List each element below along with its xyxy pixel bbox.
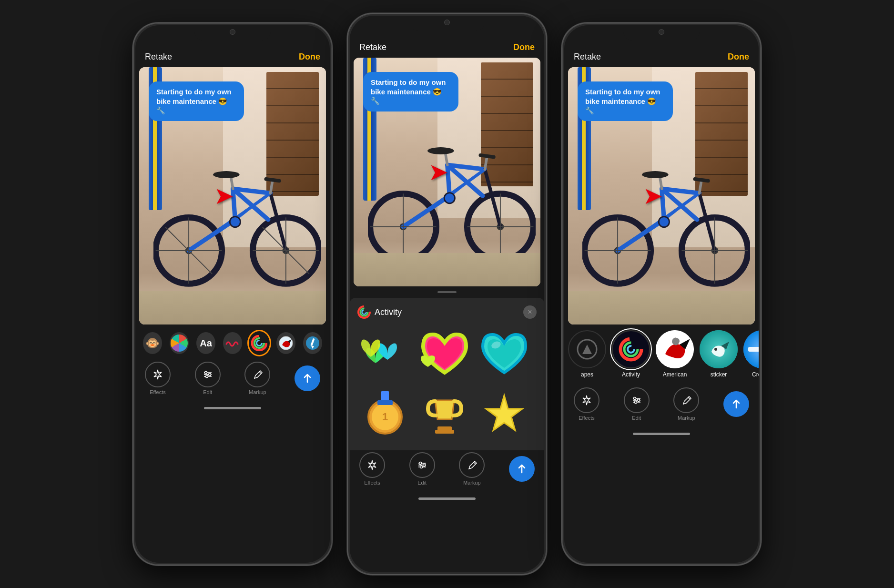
markup-label-3: Markup [678,415,695,421]
svg-line-84 [474,462,476,464]
phones-container: Retake Done [132,13,762,575]
edit-btn-2[interactable]: Edit [409,452,435,486]
multicolor-icon [171,335,188,352]
sticker-item-2[interactable] [417,327,472,382]
pen-wave-icon [225,338,240,348]
pen-btn[interactable] [223,332,242,354]
home-bar-line-1 [204,407,261,409]
edit-btn-3[interactable]: Edit [624,387,650,421]
svg-rect-75 [377,400,393,405]
caption-text-2: Starting to do my own bike maintenance 😎… [371,78,446,105]
bike-photo-1: Starting to do my own bike maintenance 😎… [139,67,326,324]
caption-bubble-1: Starting to do my own bike maintenance 😎… [149,81,244,121]
caption-bubble-2: Starting to do my own bike maintenance 😎… [363,72,458,112]
text-icon: Aa [200,338,212,349]
activity-label: Activity [622,371,640,378]
effects-icon-1 [145,362,171,387]
send-btn-2[interactable] [509,456,535,482]
sticker-item-3[interactable] [477,327,531,382]
activity-picker-icon [357,305,371,319]
caption-text-3: Starting to do my own bike maintenance 😎… [585,88,660,114]
notch-2 [409,16,485,31]
close-icon: × [528,308,532,316]
shapes-sticker-icon [568,330,606,368]
sticker-close-btn[interactable]: × [523,305,537,319]
done-button-1[interactable]: Done [299,52,320,62]
nav-bar-1: Retake Done [135,46,330,67]
sticker-title-text: Activity [375,307,402,317]
scroll-item-crossy[interactable]: Crossy I [743,330,759,378]
markup-icon-3 [673,387,699,413]
effects-btn-2[interactable]: Effects [359,452,385,486]
svg-point-55 [427,147,454,154]
emoji-icon-btn[interactable]: 🐵 [143,332,162,354]
red-arrow-3: ➤ [643,182,663,210]
caption-text-1: Starting to do my own bike maintenance 😎… [156,88,232,114]
edit-btn-1[interactable]: Edit [195,362,221,395]
svg-line-56 [485,156,487,170]
done-button-2[interactable]: Done [513,42,535,52]
scroll-item-american[interactable]: American [656,330,694,378]
scroll-item-shapes[interactable]: apes [568,330,606,378]
text-btn[interactable]: Aa [196,332,215,354]
crossy-label: Crossy I [752,371,759,378]
sticker-item-1[interactable] [357,327,412,382]
bike-3 [582,143,750,296]
sticker-grid-row1 [350,323,544,387]
effects-btn-3[interactable]: Effects [574,387,599,421]
svg-point-124 [637,399,640,402]
phone-1: Retake Done [132,22,333,566]
scroll-item-activity[interactable]: Activity [612,330,650,378]
actions-row-1: Effects [135,358,330,399]
retake-button-2[interactable]: Retake [359,42,386,52]
svg-point-101 [659,217,669,227]
svg-line-126 [688,397,690,399]
edit-label-3: Edit [632,415,641,421]
svg-line-41 [259,372,261,374]
pencil-btn[interactable] [303,332,322,354]
effects-icon-3 [574,387,599,413]
photo-area-2: Starting to do my own bike maintenance 😎… [354,58,540,286]
send-btn-3[interactable] [723,391,749,417]
sticker-item-6[interactable] [477,387,531,442]
home-bar-line-2 [418,497,476,500]
svg-line-99 [699,180,701,193]
shapes-label: apes [581,371,593,378]
markup-icon-2 [459,452,485,478]
svg-line-22 [189,251,212,274]
activity-btn[interactable] [250,332,269,354]
notch-3 [623,25,700,41]
effects-label-1: Effects [150,389,165,395]
sticker-icon [700,330,738,368]
camera-dot-3 [659,29,664,35]
markup-btn-2[interactable]: Markup [459,452,485,486]
nav-bar-3: Retake Done [564,46,759,67]
bike-svg-2 [368,120,536,272]
retake-button-1[interactable]: Retake [145,52,172,62]
retake-button-3[interactable]: Retake [574,52,601,62]
done-button-3[interactable]: Done [728,52,749,62]
svg-point-31 [257,341,262,346]
edit-icon-3 [624,387,650,413]
phone-3-screen: Retake Done [564,25,759,563]
sticker-item-5[interactable] [417,387,472,442]
markup-btn-3[interactable]: Markup [673,387,699,421]
effects-label-3: Effects [579,415,594,421]
svg-point-98 [642,171,669,178]
send-btn-1[interactable] [295,365,320,391]
home-bar-2 [350,489,544,504]
svg-point-16 [230,217,240,227]
svg-line-21 [165,227,189,251]
sticker-item-4[interactable]: 1 [357,387,412,442]
markup-btn-1[interactable]: Markup [244,362,270,395]
effects-btn-1[interactable]: Effects [145,362,171,395]
bike-2 [368,120,536,272]
american-sticker-icon [656,330,694,368]
actions-row-2: Effects Edit [350,450,544,489]
scroll-item-sticker[interactable]: sticker [700,330,738,378]
sticker-btn[interactable] [276,332,295,354]
svg-point-116 [714,348,717,351]
photo-area-1: Starting to do my own bike maintenance 😎… [139,67,326,324]
american-label: American [663,371,687,378]
colors-btn[interactable] [170,332,189,354]
